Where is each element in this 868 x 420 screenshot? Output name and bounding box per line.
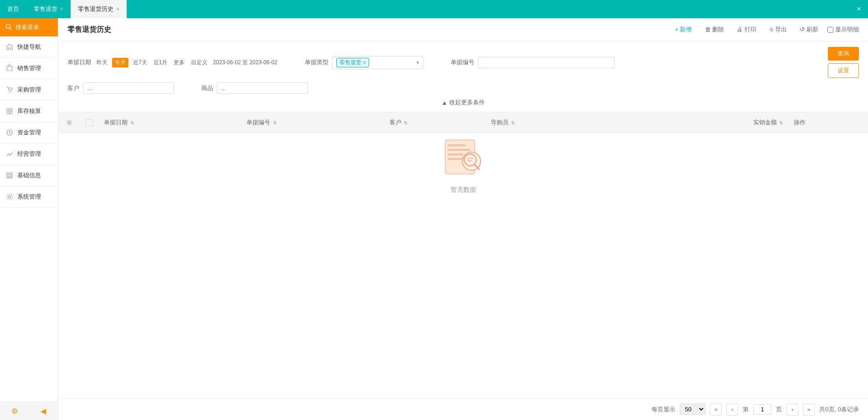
voucher-type-filter: 单据类型 零售退货 × ▾ xyxy=(305,56,423,69)
last-page-button[interactable]: » xyxy=(803,404,815,415)
refresh-button[interactable]: ↺ 刷新 xyxy=(796,24,822,36)
svg-rect-12 xyxy=(7,177,12,178)
svg-point-14 xyxy=(68,122,70,123)
date-btn-today[interactable]: 今天 xyxy=(112,58,128,67)
tab-list: 首页 零售退货 × 零售退货历史 × xyxy=(0,0,850,18)
column-settings-icon[interactable] xyxy=(64,117,75,128)
col-actual-amount: 实销金额 ⇅ xyxy=(646,113,788,133)
main-layout: 搜索菜单 快捷导航 销售管理 采购管理 xyxy=(0,18,868,420)
svg-point-4 xyxy=(10,92,11,92)
empty-icon xyxy=(436,133,491,179)
operations-icon xyxy=(5,150,14,158)
total-records: 共0页, 0条记录 xyxy=(819,405,859,414)
prev-page-button[interactable]: ‹ xyxy=(726,404,738,415)
voucher-no-label: 单据编号 xyxy=(451,58,474,67)
display-detail-toggle[interactable]: 显示明细 xyxy=(827,26,859,34)
col-settings xyxy=(58,113,80,133)
customer-filter: 客户 xyxy=(67,82,174,94)
date-sort-icon[interactable]: ⇅ xyxy=(130,120,134,125)
svg-rect-8 xyxy=(10,112,12,114)
col-date: 单据日期 ⇅ xyxy=(98,113,241,133)
voucher-sort-icon[interactable]: ⇅ xyxy=(273,120,277,125)
search-icon xyxy=(5,24,12,31)
sidebar-nav: 快捷导航 销售管理 采购管理 库存核算 xyxy=(0,36,58,402)
top-bar: 首页 零售退货 × 零售退货历史 × × xyxy=(0,0,868,18)
per-page-label: 每页显示 xyxy=(652,405,675,414)
next-page-button[interactable]: › xyxy=(786,404,798,415)
customer-label: 客户 xyxy=(67,84,79,92)
date-btn-custom[interactable]: 自定义 xyxy=(189,58,209,67)
table-wrap: 单据日期 ⇅ 单据编号 ⇅ 客户 ⇅ xyxy=(58,113,868,398)
svg-rect-5 xyxy=(7,108,9,111)
svg-rect-17 xyxy=(447,149,470,151)
delete-button[interactable]: 🗑 删除 xyxy=(701,24,728,36)
sidebar: 搜索菜单 快捷导航 销售管理 采购管理 xyxy=(0,18,58,420)
filter-row-2: 客户 商品 xyxy=(67,82,859,94)
date-btn-last7[interactable]: 近7天 xyxy=(131,58,149,67)
first-page-button[interactable]: « xyxy=(710,404,722,415)
voucher-no-input[interactable] xyxy=(478,57,615,68)
empty-text: 暂无数据 xyxy=(451,186,476,194)
sidebar-item-quick-nav[interactable]: 快捷导航 xyxy=(0,36,58,58)
page-number-input[interactable] xyxy=(753,404,771,415)
export-button[interactable]: ⊙ 导出 xyxy=(765,24,791,36)
display-detail-checkbox[interactable] xyxy=(827,27,833,33)
empty-state: 暂无数据 xyxy=(58,133,868,194)
print-button[interactable]: 🖨 打印 xyxy=(733,24,760,36)
page-title: 零售退货历史 xyxy=(67,25,111,35)
voucher-type-dropdown-arrow[interactable]: ▾ xyxy=(416,60,419,66)
page-unit: 页 xyxy=(776,405,782,414)
voucher-type-tag-close[interactable]: × xyxy=(363,60,366,65)
goods-input[interactable] xyxy=(217,82,308,94)
table-area: 单据日期 ⇅ 单据编号 ⇅ 客户 ⇅ xyxy=(58,113,868,398)
pagination: 每页显示 50 20 100 « ‹ 第 页 › » 共0页, 0条记录 xyxy=(58,398,868,420)
col-checkbox xyxy=(80,113,98,133)
svg-line-1 xyxy=(10,28,12,30)
purchase-icon xyxy=(5,86,14,94)
sidebar-bottom: ⚙ ◀ xyxy=(0,402,58,420)
customer-input[interactable] xyxy=(83,82,174,94)
sidebar-settings-button[interactable]: ⚙ xyxy=(8,405,21,418)
content-area: 零售退货历史 + 新增 🗑 删除 🖨 打印 ⊙ 导出 ↺ 刷新 显示明细 单据日… xyxy=(58,18,868,420)
voucher-type-tag: 零售退货 × xyxy=(336,58,369,67)
sidebar-item-purchase[interactable]: 采购管理 xyxy=(0,79,58,101)
sidebar-item-system[interactable]: 系统管理 xyxy=(0,186,58,208)
tab-retail-return[interactable]: 零售退货 × xyxy=(26,0,71,18)
date-range-display: 2023-06-02 至 2023-06-02 xyxy=(213,59,277,67)
setting-button[interactable]: 设置 xyxy=(828,63,859,78)
voucher-type-label: 单据类型 xyxy=(305,58,329,67)
new-button[interactable]: + 新增 xyxy=(671,24,695,36)
sidebar-collapse-button[interactable]: ◀ xyxy=(36,405,50,418)
amount-sort-icon[interactable]: ⇅ xyxy=(779,120,783,125)
date-btn-yesterday[interactable]: 昨天 xyxy=(95,58,109,67)
sidebar-item-finance[interactable]: 资金管理 xyxy=(0,122,58,143)
svg-rect-2 xyxy=(7,67,12,71)
query-button[interactable]: 查询 xyxy=(828,47,859,61)
sidebar-search[interactable]: 搜索菜单 xyxy=(0,18,58,36)
voucher-type-select[interactable]: 零售退货 × ▾ xyxy=(332,56,423,69)
sidebar-item-sales[interactable]: 销售管理 xyxy=(0,58,58,79)
guide-sort-icon[interactable]: ⇅ xyxy=(511,120,515,125)
page-header: 零售退货历史 + 新增 🗑 删除 🖨 打印 ⊙ 导出 ↺ 刷新 显示明细 xyxy=(58,18,868,41)
svg-point-3 xyxy=(9,92,10,92)
col-operation: 操作 xyxy=(788,113,868,133)
select-all-checkbox[interactable] xyxy=(86,119,93,126)
date-filter-item: 单据日期 昨天 今天 近7天 近1月 更多 自定义 2023-06-02 至 2… xyxy=(67,58,277,67)
customer-sort-icon[interactable]: ⇅ xyxy=(404,120,407,125)
per-page-select[interactable]: 50 20 100 xyxy=(680,404,705,415)
tab-retail-return-history-close[interactable]: × xyxy=(116,6,119,12)
tab-retail-return-close[interactable]: × xyxy=(60,6,63,12)
date-btn-last1m[interactable]: 近1月 xyxy=(152,58,169,67)
voucher-no-filter: 单据编号 xyxy=(451,57,615,68)
window-close-button[interactable]: × xyxy=(850,0,868,18)
sidebar-item-basic[interactable]: 基础信息 xyxy=(0,165,58,186)
date-btn-more[interactable]: 更多 xyxy=(172,58,186,67)
sidebar-item-inventory[interactable]: 库存核算 xyxy=(0,101,58,122)
sidebar-item-operations[interactable]: 经营管理 xyxy=(0,143,58,165)
filter-area: 单据日期 昨天 今天 近7天 近1月 更多 自定义 2023-06-02 至 2… xyxy=(58,41,868,113)
tab-retail-return-history[interactable]: 零售退货历史 × xyxy=(71,0,127,18)
svg-rect-18 xyxy=(447,154,463,155)
collapse-filter-button[interactable]: ▲ 收起更多条件 xyxy=(442,98,485,107)
system-icon xyxy=(5,193,14,201)
tab-home[interactable]: 首页 xyxy=(0,0,26,18)
